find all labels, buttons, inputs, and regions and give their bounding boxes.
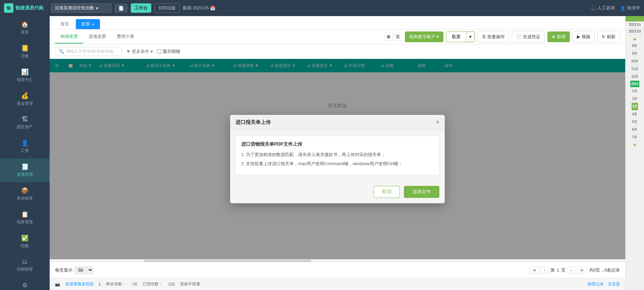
period-2023-03-1[interactable]: 2023.03: [628, 21, 641, 28]
invoice-check-label[interactable]: 发票查验及拍照: [65, 281, 94, 287]
company-selector[interactable]: 沈海英测试经营勿删 ▾: [51, 3, 111, 13]
tab-invoice[interactable]: 发票 ×: [76, 19, 100, 29]
list-view-icon[interactable]: ☰: [393, 33, 402, 41]
period-jun[interactable]: 6月: [632, 126, 638, 134]
period-may[interactable]: 5月: [632, 118, 638, 126]
next-page-button[interactable]: ›: [568, 267, 575, 274]
video-label: 视频: [582, 34, 590, 40]
period-feb[interactable]: 2月: [632, 95, 638, 103]
period-dec[interactable]: 12月: [631, 73, 639, 81]
sidebar-item-invoices[interactable]: 🧾 发票管理: [0, 158, 50, 182]
first-page-button[interactable]: ⊲: [529, 267, 539, 274]
period-nov[interactable]: 11月: [631, 65, 639, 73]
refresh-button[interactable]: ↻ 刷新: [597, 31, 620, 42]
more-filter-button[interactable]: ▼ 更多条件 ▾: [126, 49, 153, 55]
sidebar-label-ledger: 总账: [21, 53, 29, 59]
sidebar-item-reports[interactable]: 📊 报表中心: [0, 64, 50, 87]
period-2023-03-2[interactable]: 2023.03: [628, 28, 641, 35]
modal-cancel-button[interactable]: 取消: [374, 186, 400, 198]
chevron-down-icon3[interactable]: ▼: [626, 141, 644, 149]
right-panel-collapse[interactable]: 期间选择: [626, 16, 644, 21]
per-page-select[interactable]: 50 100 200: [74, 266, 93, 274]
period-aug[interactable]: 8月: [632, 42, 638, 50]
modal-close-button[interactable]: ×: [436, 119, 439, 126]
sidebar-item-inventory[interactable]: 📦 库存核算: [0, 182, 50, 206]
sidebar-item-archive[interactable]: 🗂 归档管理: [0, 253, 50, 277]
scroll-thumb[interactable]: [144, 260, 311, 262]
pagination-bar: 每页显示 50 100 200 ⊲ ‹ 第 1 页 › ⊳ 共0页，0条记录: [50, 262, 625, 278]
period-apr[interactable]: 4月: [632, 111, 638, 118]
batch-ops-icon: ☰: [482, 34, 486, 39]
purchase-link[interactable]: 购票记录: [588, 281, 604, 287]
funds-icon: 💰: [21, 92, 29, 99]
filter-bar: 🔍 请输入入号/名称/全称/税账... ▼ 更多条件 ▾ 显示明细: [50, 44, 625, 59]
search-input-wrapper[interactable]: 🔍 请输入入号/名称/全称/税账...: [55, 47, 122, 56]
play-icon: ▶: [577, 34, 580, 39]
sidebar-item-ledger[interactable]: 📒 总账: [0, 40, 50, 64]
content-area: 首页 发票 × 销项发票 进项发票 费用小票 ⊞ ☰: [50, 16, 625, 290]
user-menu[interactable]: 👤 徐泽华: [620, 5, 640, 11]
sub-nav-purchase[interactable]: 进项发票: [83, 30, 111, 44]
batch-ops-button[interactable]: ☰ 批量操作: [478, 31, 509, 42]
grid-view-icon[interactable]: ⊞: [384, 33, 393, 41]
sidebar-item-funds[interactable]: 💰 资金管理: [0, 87, 50, 111]
sidebar-item-home[interactable]: 🏠 首页: [0, 16, 50, 40]
sub-nav-expense[interactable]: 费用小票: [111, 30, 140, 44]
cancel-ticket-dropdown[interactable]: ▾: [466, 32, 475, 42]
period-2023-year[interactable]: 2023: [630, 81, 639, 87]
page-size-selector: 每页显示 50 100 200: [55, 266, 93, 274]
tax-account-label: 税务数字账户: [409, 34, 435, 40]
period-oct[interactable]: 10月: [631, 58, 639, 65]
logo-icon: 畅: [4, 3, 13, 13]
prev-page-button[interactable]: ‹: [541, 267, 548, 274]
sidebar-label-payroll: 工资: [21, 148, 29, 154]
top-header: 畅 畅捷通易代账 沈海英测试经营勿删 ▾ 📄 工作台 切到旧版 账期 2023-…: [0, 0, 644, 16]
add-button[interactable]: ⊕ 新增: [547, 31, 570, 42]
modal-info-list: 1. 为了更加精准的数据匹配，请先录入海关缴款书，再上传对应的报关单； 2. 支…: [241, 151, 434, 167]
sidebar-label-home: 首页: [21, 29, 29, 35]
tax-icon: 📋: [21, 211, 29, 218]
show-detail-checkbox[interactable]: [157, 49, 161, 54]
sidebar-item-fixed-assets[interactable]: 🏗 固定资产: [0, 111, 50, 135]
sidebar-label-tax: 税务管理: [17, 219, 33, 225]
sidebar-label-fixed-assets: 固定资产: [17, 124, 33, 130]
sidebar-item-settlement[interactable]: ✅ 结账: [0, 230, 50, 253]
service-label: 人工咨询: [597, 5, 615, 11]
sub-nav-sales[interactable]: 销项发票: [55, 30, 83, 44]
chevron-down-icon: ▾: [437, 34, 439, 39]
service-button[interactable]: 🎧 人工咨询: [591, 5, 615, 11]
tab-close-icon[interactable]: ×: [92, 22, 95, 27]
chevron-up-icon[interactable]: ▲: [626, 35, 644, 42]
payroll-icon: 👤: [21, 139, 29, 147]
sidebar-item-payroll[interactable]: 👤 工资: [0, 135, 50, 158]
switch-version-button[interactable]: 切到旧版: [155, 3, 179, 13]
video-button[interactable]: ▶ 视频: [573, 31, 595, 42]
modal-subtitle: 进口货物报关单PDF文件上传: [241, 141, 434, 147]
show-detail-label[interactable]: 显示明细: [157, 49, 180, 55]
unverified-label: 查验不限量: [180, 281, 200, 287]
ledger-icon: 📒: [21, 45, 29, 52]
page-nav: ⊲ ‹ 第 1 页 › ⊳ 共0页，0条记录: [529, 267, 620, 274]
modal-instruction-2: 2. 支持批量上传进口报关单，mac用户使用Command键，windows用户…: [241, 160, 434, 167]
workspace-button[interactable]: 工作台: [131, 3, 151, 13]
sidebar-label-funds: 资金管理: [17, 101, 33, 106]
header-right: 🎧 人工咨询 👤 徐泽华: [591, 5, 640, 11]
sidebar-item-tax[interactable]: 📋 税务管理: [0, 206, 50, 230]
sidebar-item-settings[interactable]: ⚙ 设置: [0, 277, 50, 290]
document-icon-btn[interactable]: 📄: [115, 4, 127, 12]
last-page-button[interactable]: ⊳: [577, 267, 587, 274]
user-name: 徐泽华: [627, 5, 640, 11]
period-jul[interactable]: 7月: [632, 134, 638, 141]
cancel-ticket-button[interactable]: 取票: [446, 32, 466, 42]
voucher-icon: 📄: [516, 34, 522, 39]
tax-account-button[interactable]: 税务数字账户 ▾: [405, 31, 443, 42]
recharge-link[interactable]: 去充值: [608, 281, 620, 287]
period-sep[interactable]: 9月: [632, 50, 638, 58]
period-jan[interactable]: 1月: [632, 87, 638, 95]
generate-voucher-button[interactable]: 📄 生成凭证: [512, 31, 545, 42]
tab-home[interactable]: 首页: [55, 19, 74, 29]
scroll-bar: [50, 259, 625, 262]
period-mar[interactable]: 3月: [632, 103, 638, 111]
modal-select-file-button[interactable]: 选择文件: [404, 186, 439, 198]
refresh-label: 刷新: [607, 34, 615, 40]
